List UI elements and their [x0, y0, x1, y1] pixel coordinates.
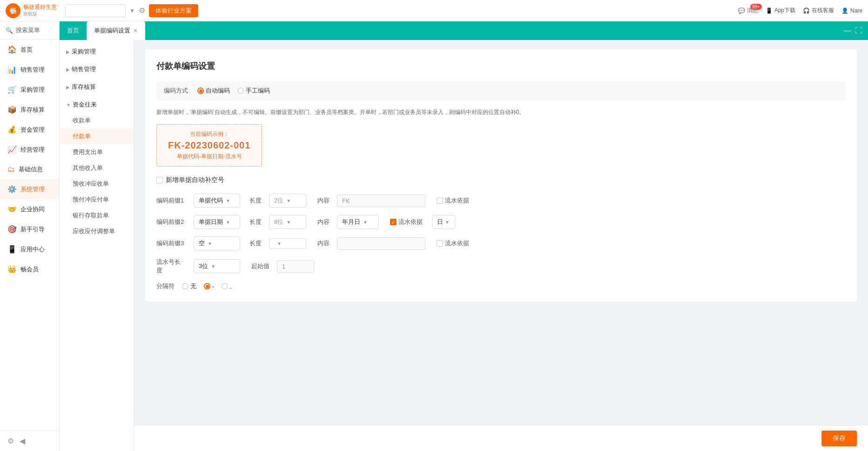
prefix1-length-label: 长度	[249, 196, 262, 205]
manual-encoding-radio[interactable]: 手工编码	[237, 87, 270, 95]
submenu-item-other-income[interactable]: 其他收入单	[60, 160, 134, 176]
submenu-item-ap-ar-adjust[interactable]: 应收应付调整单	[60, 223, 134, 239]
prefix3-type-select[interactable]: 空 ▼	[194, 236, 240, 250]
prefix1-content-input[interactable]	[337, 195, 425, 207]
prefix3-length-select[interactable]: ▼	[269, 238, 306, 249]
sidebar-item-basic[interactable]: 🗂 基础信息	[0, 160, 59, 179]
prefix1-length-select[interactable]: 2位 ▼	[269, 194, 306, 208]
submenu-item-bank[interactable]: 银行存取款单	[60, 208, 134, 223]
prefix1-label: 编码前缀1	[156, 196, 186, 205]
tab-encoding-label: 单据编码设置	[94, 27, 130, 35]
trial-button[interactable]: 体验行业方案	[149, 4, 198, 17]
tabbar-maximize-icon[interactable]: ⛶	[855, 27, 862, 35]
tab-encoding[interactable]: 单据编码设置 ✕	[87, 21, 145, 40]
submenu-item-prepay-payable[interactable]: 预付冲应付单	[60, 192, 134, 208]
sales-icon: 📊	[7, 65, 17, 74]
sidebar-search[interactable]: 🔍 搜索菜单	[0, 21, 59, 40]
tab-home[interactable]: 首页	[60, 21, 87, 40]
logo-sub: 旗舰版	[23, 11, 57, 17]
sidebar-item-member[interactable]: 👑 畅会员	[0, 259, 59, 279]
preview-box: 当前编码示例： FK-20230602-001 单据代码-单据日期-流水号	[156, 124, 262, 167]
submenu-sales-label: 销售管理	[72, 65, 96, 74]
sidebar-item-newguide[interactable]: 🎯 新手引导	[0, 219, 59, 239]
auto-fill-checkbox[interactable]	[156, 177, 163, 183]
sidebar-item-operation[interactable]: 📈 经营管理	[0, 140, 59, 160]
service-item[interactable]: 🎧 在线客服	[803, 7, 834, 14]
submenu-purchase-title[interactable]: ▶ 采购管理	[60, 44, 134, 60]
auto-fill-label: 新增单据自动补空号	[166, 176, 224, 184]
prefix2-length-select[interactable]: 8位 ▼	[269, 215, 306, 229]
prefix3-content-input[interactable]	[337, 237, 425, 250]
submenu-sales-title[interactable]: ▶ 销售管理	[60, 61, 134, 77]
sep-dash-inner	[206, 285, 209, 288]
separator-dash-radio[interactable]: -	[204, 283, 214, 290]
sidebar-bottom: ⚙ ◀	[0, 431, 59, 451]
message-item[interactable]: 💬 消息 99+	[738, 7, 758, 14]
logo-name: 畅捷通好生意	[23, 4, 57, 10]
submenu-item-prepay-receivable[interactable]: 预收冲应收单	[60, 176, 134, 192]
user-item[interactable]: 👤 Nare	[841, 7, 862, 14]
prefix2-serial-checkbox[interactable]	[390, 219, 397, 225]
sidebar-item-label: 基础信息	[19, 165, 43, 174]
prefix2-type-value: 单据日期	[199, 218, 223, 226]
sidebar-item-label: 采购管理	[20, 86, 45, 94]
prefix3-length-label: 长度	[249, 239, 262, 248]
submenu: ▶ 采购管理 ▶ 销售管理 ▶ 库存核算	[60, 40, 134, 451]
prefix1-serial-checkbox[interactable]	[437, 197, 443, 204]
separator-dot-label: .	[230, 283, 232, 290]
submenu-item-expense[interactable]: 费用支出单	[60, 144, 134, 160]
app-label: App下载	[774, 7, 795, 14]
tab-close-icon[interactable]: ✕	[133, 27, 138, 34]
service-icon: 🎧	[803, 7, 810, 14]
sidebar-item-appcenter[interactable]: 📱 应用中心	[0, 239, 59, 259]
encoding-method-row: 编码方式 自动编码 手工编码	[156, 81, 846, 101]
prefix2-type-arrow-icon: ▼	[226, 220, 230, 225]
serial-length-value: 3位	[199, 262, 208, 270]
prefix3-serial-checkbox[interactable]	[437, 240, 443, 247]
sidebar-item-sales[interactable]: 📊 销售管理	[0, 60, 59, 80]
save-button[interactable]: 保存	[821, 431, 857, 446]
separator-none-radio[interactable]: 无	[182, 282, 196, 290]
prefix1-length-arrow-icon: ▼	[286, 198, 291, 203]
settings-bottom-icon[interactable]: ⚙	[7, 437, 14, 445]
prefix2-day-arrow-icon: ▼	[445, 220, 450, 225]
sidebar-item-system[interactable]: ⚙️ 系统管理	[0, 179, 59, 199]
separator-dot-radio[interactable]: .	[222, 283, 232, 290]
prefix1-type-select[interactable]: 单据代码 ▼	[194, 194, 240, 208]
purchase-expand-icon: ▶	[66, 49, 70, 54]
prefix3-label: 编码前缀3	[156, 239, 186, 248]
sidebar-item-purchase[interactable]: 🛒 采购管理	[0, 80, 59, 100]
appcenter-icon: 📱	[7, 245, 17, 254]
dropdown-arrow-icon[interactable]: ▼	[129, 7, 135, 14]
sales-expand-icon: ▶	[66, 67, 70, 72]
sep-dash-circle	[204, 283, 210, 289]
submenu-inventory-title[interactable]: ▶ 库存核算	[60, 79, 134, 95]
topbar-search-input[interactable]	[65, 4, 126, 17]
sidebar-item-enterprise[interactable]: 🤝 企业协同	[0, 199, 59, 219]
sidebar-item-home[interactable]: 🏠 首页	[0, 40, 59, 60]
collapse-icon[interactable]: ◀	[20, 437, 25, 445]
submenu-fund-title[interactable]: ▼ 资金往来	[60, 97, 134, 113]
sidebar-item-inventory[interactable]: 📦 库存核算	[0, 100, 59, 120]
manual-encoding-label: 手工编码	[246, 87, 270, 95]
sidebar-item-label: 首页	[20, 46, 33, 54]
serial-length-select[interactable]: 3位 ▼	[194, 259, 240, 273]
tabbar-minimize-icon[interactable]: —	[844, 27, 851, 35]
settings-icon[interactable]: ⚙	[139, 6, 145, 15]
auto-encoding-radio[interactable]: 自动编码	[197, 87, 230, 95]
page-footer: 保存	[134, 425, 868, 451]
submenu-item-receipt[interactable]: 收款单	[60, 113, 134, 128]
serial-length-arrow-icon: ▼	[211, 264, 215, 269]
submenu-item-payment[interactable]: 付款单	[60, 128, 134, 144]
prefix1-content-label: 内容	[317, 196, 330, 205]
start-value-input[interactable]	[277, 260, 314, 273]
prefix2-day-select[interactable]: 日 ▼	[432, 215, 455, 229]
prefix2-type-select[interactable]: 单据日期 ▼	[194, 215, 240, 229]
start-value-label: 起始值	[251, 262, 269, 270]
sidebar-item-label: 库存核算	[20, 106, 45, 114]
app-download-item[interactable]: 📱 App下载	[766, 7, 795, 14]
prefix2-content-select[interactable]: 年月日 ▼	[337, 215, 379, 229]
svg-text:畅: 畅	[10, 7, 16, 14]
sidebar-item-finance[interactable]: 💰 资金管理	[0, 120, 59, 140]
prefix2-content-arrow-icon: ▼	[363, 220, 368, 225]
